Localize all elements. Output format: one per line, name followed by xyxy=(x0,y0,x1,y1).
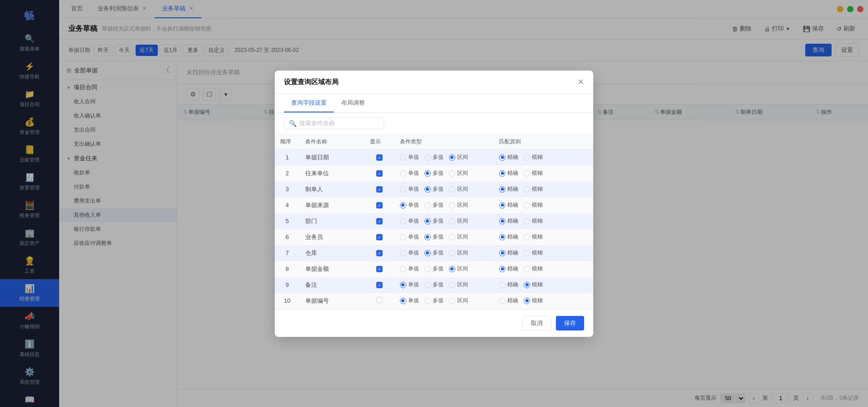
radio-type-multiple-9[interactable]: 多值 xyxy=(424,297,444,305)
row-show-8[interactable] xyxy=(364,277,394,293)
row-type-8: 单值多值区间 xyxy=(394,277,494,293)
col-header-order: 顺序 xyxy=(275,134,300,150)
row-type-3: 单值多值区间 xyxy=(394,197,494,213)
radio-type-single-9[interactable]: 单值 xyxy=(400,297,419,305)
radio-circle-range-9 xyxy=(449,298,455,304)
radio-match-fuzzy-9[interactable]: 模糊 xyxy=(524,297,543,305)
radio-type-single-3[interactable]: 单值 xyxy=(400,201,419,209)
radio-match-fuzzy-0[interactable]: 模糊 xyxy=(524,153,543,161)
radio-match-exact-2[interactable]: 精确 xyxy=(499,185,518,193)
radio-match-fuzzy-4[interactable]: 模糊 xyxy=(524,217,543,225)
checkbox-7[interactable] xyxy=(376,266,383,272)
modal-overlay[interactable]: 设置查询区域布局 ✕ 查询字段设置 布局调整 🔍 顺序 条件名称 显示 条件类型 xyxy=(0,0,868,407)
radio-match-exact-9[interactable]: 精确 xyxy=(499,297,518,305)
cancel-button[interactable]: 取消 xyxy=(522,316,551,331)
modal-table: 顺序 条件名称 显示 条件类型 匹配原则 1单据日期单值多值区间精确模糊2往来单… xyxy=(275,134,593,309)
radio-match-fuzzy-5[interactable]: 模糊 xyxy=(524,233,543,241)
radio-type-range-0[interactable]: 区间 xyxy=(449,153,468,161)
radio-type-range-4[interactable]: 区间 xyxy=(449,217,468,225)
row-show-4[interactable] xyxy=(364,213,394,229)
modal-row-7: 8单据金额单值多值区间精确模糊 xyxy=(275,261,593,277)
search-input[interactable] xyxy=(299,120,377,127)
modal-search: 🔍 xyxy=(275,113,593,134)
row-type-9: 单值多值区间 xyxy=(394,293,494,309)
radio-type-multiple-7[interactable]: 多值 xyxy=(424,265,444,273)
checkbox-3[interactable] xyxy=(376,202,383,209)
row-show-9[interactable] xyxy=(364,293,394,309)
radio-circle-range-7 xyxy=(449,266,455,272)
radio-match-exact-5[interactable]: 精确 xyxy=(499,233,518,241)
row-show-6[interactable] xyxy=(364,245,394,261)
radio-type-multiple-2[interactable]: 多值 xyxy=(424,185,444,193)
radio-type-single-8[interactable]: 单值 xyxy=(400,281,419,289)
radio-type-single-4[interactable]: 单值 xyxy=(400,217,419,225)
radio-type-multiple-0[interactable]: 多值 xyxy=(424,153,444,161)
radio-type-multiple-8[interactable]: 多值 xyxy=(424,281,444,289)
radio-type-range-3[interactable]: 区间 xyxy=(449,201,468,209)
radio-match-circle-exact-1 xyxy=(499,170,505,177)
radio-match-fuzzy-7[interactable]: 模糊 xyxy=(524,265,543,273)
radio-type-range-7[interactable]: 区间 xyxy=(449,265,468,273)
radio-type-multiple-3[interactable]: 多值 xyxy=(424,201,444,209)
radio-match-fuzzy-6[interactable]: 模糊 xyxy=(524,249,543,257)
modal-tab-layout[interactable]: 布局调整 xyxy=(334,94,372,112)
radio-circle-single-2 xyxy=(400,186,406,193)
modal-tab-query[interactable]: 查询字段设置 xyxy=(284,94,334,112)
col-header-type: 条件类型 xyxy=(394,134,494,150)
radio-type-range-6[interactable]: 区间 xyxy=(449,249,468,257)
radio-match-exact-4[interactable]: 精确 xyxy=(499,217,518,225)
radio-type-range-1[interactable]: 区间 xyxy=(449,169,468,177)
radio-circle-range-0 xyxy=(449,154,455,161)
row-show-1[interactable] xyxy=(364,165,394,181)
radio-type-single-0[interactable]: 单值 xyxy=(400,153,419,161)
radio-match-exact-0[interactable]: 精确 xyxy=(499,153,518,161)
radio-match-exact-1[interactable]: 精确 xyxy=(499,169,518,177)
radio-match-fuzzy-2[interactable]: 模糊 xyxy=(524,185,543,193)
modal-body: 顺序 条件名称 显示 条件类型 匹配原则 1单据日期单值多值区间精确模糊2往来单… xyxy=(275,134,593,309)
row-show-0[interactable] xyxy=(364,149,394,165)
row-type-5: 单值多值区间 xyxy=(394,229,494,245)
radio-type-single-2[interactable]: 单值 xyxy=(400,185,419,193)
radio-match-exact-6[interactable]: 精确 xyxy=(499,249,518,257)
radio-match-exact-3[interactable]: 精确 xyxy=(499,201,518,209)
checkbox-6[interactable] xyxy=(376,250,383,256)
checkbox-8[interactable] xyxy=(376,282,383,288)
radio-match-circle-exact-0 xyxy=(499,154,505,161)
checkbox-9[interactable] xyxy=(376,297,383,303)
row-show-5[interactable] xyxy=(364,229,394,245)
radio-type-range-9[interactable]: 区间 xyxy=(449,297,468,305)
checkbox-1[interactable] xyxy=(376,170,383,177)
radio-match-fuzzy-3[interactable]: 模糊 xyxy=(524,201,543,209)
radio-type-single-7[interactable]: 单值 xyxy=(400,265,419,273)
row-match-5: 精确模糊 xyxy=(494,229,593,245)
radio-type-single-6[interactable]: 单值 xyxy=(400,249,419,257)
row-show-3[interactable] xyxy=(364,197,394,213)
radio-type-range-2[interactable]: 区间 xyxy=(449,185,468,193)
radio-type-range-5[interactable]: 区间 xyxy=(449,233,468,241)
row-show-2[interactable] xyxy=(364,181,394,197)
modal-close-btn[interactable]: ✕ xyxy=(577,78,584,86)
checkbox-5[interactable] xyxy=(376,234,383,240)
checkbox-4[interactable] xyxy=(376,218,383,224)
radio-type-range-8[interactable]: 区间 xyxy=(449,281,468,289)
radio-type-multiple-5[interactable]: 多值 xyxy=(424,233,444,241)
row-name-8: 备注 xyxy=(300,277,364,293)
radio-circle-single-8 xyxy=(400,282,406,288)
radio-match-circle-fuzzy-8 xyxy=(524,282,530,288)
col-header-match: 匹配原则 xyxy=(494,134,593,150)
save-button[interactable]: 保存 xyxy=(556,316,584,331)
checkbox-0[interactable] xyxy=(376,154,383,161)
radio-type-multiple-4[interactable]: 多值 xyxy=(424,217,444,225)
radio-type-single-1[interactable]: 单值 xyxy=(400,169,419,177)
checkbox-2[interactable] xyxy=(376,186,383,193)
radio-match-fuzzy-1[interactable]: 模糊 xyxy=(524,169,543,177)
radio-match-exact-7[interactable]: 精确 xyxy=(499,265,518,273)
radio-match-fuzzy-8[interactable]: 模糊 xyxy=(524,281,543,289)
row-show-7[interactable] xyxy=(364,261,394,277)
row-name-5: 业务员 xyxy=(300,229,364,245)
radio-type-multiple-1[interactable]: 多值 xyxy=(424,169,444,177)
row-match-2: 精确模糊 xyxy=(494,181,593,197)
radio-match-exact-8[interactable]: 精确 xyxy=(499,281,518,289)
radio-type-single-5[interactable]: 单值 xyxy=(400,233,419,241)
radio-type-multiple-6[interactable]: 多值 xyxy=(424,249,444,257)
